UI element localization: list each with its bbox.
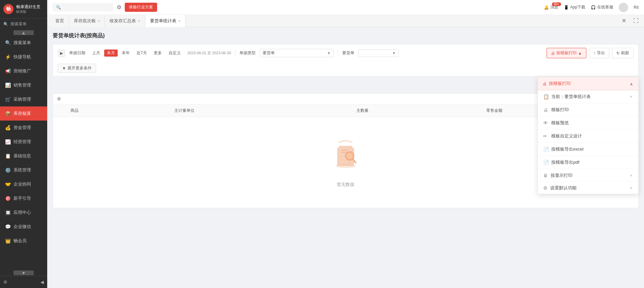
order-type-select[interactable]: 要货单 ▼ <box>260 49 334 57</box>
topbar-gear-icon[interactable]: ⚙ <box>117 4 121 10</box>
wechat-icon: 💬 <box>5 224 11 230</box>
app-center-icon: 🔲 <box>5 210 11 216</box>
date-range: 2023-06-01 至 2023-06-30 <box>187 51 231 56</box>
notification-item[interactable]: 🔔 消息 99+ <box>544 4 558 10</box>
goods-filter-label: 要货单 <box>342 50 354 56</box>
sidebar-item-finance[interactable]: 💰 资金管理 <box>0 121 47 135</box>
current-template-arrow: ▼ <box>629 95 633 99</box>
refresh-btn[interactable]: ↻ 刷新 <box>612 48 634 58</box>
sidebar-item-inventory[interactable]: 📦 库存核算 <box>0 106 47 121</box>
tab-collection-summary-close[interactable]: × <box>138 19 140 23</box>
export-pdf-icon: 📄 <box>543 160 549 165</box>
dropdown-item-template-preview[interactable]: 👁 模板预览 <box>538 117 638 130</box>
scroll-up-btn[interactable]: ▲ <box>13 30 34 35</box>
sidebar-item-cooperation[interactable]: 🤝 企业协同 <box>0 177 47 191</box>
sidebar-footer: ⚙ ◀ <box>0 276 47 288</box>
sales-icon: 📊 <box>5 82 11 88</box>
online-support-item[interactable]: 🎧 在线客服 <box>591 4 613 10</box>
user-avatar[interactable] <box>619 3 628 12</box>
tab-home[interactable]: 首页 <box>51 15 69 27</box>
print-dropdown-panel: 🖨 按模板打印 ▲ 📋 当前：要货单统计表 ▼ 🖨 模板打印 👁 模板预览 <box>537 77 639 194</box>
topbar: 🔍 ⚙ 体验行业方案 🔔 消息 99+ 📱 App下载 🎧 在线客服 Rit <box>47 0 644 15</box>
finance-icon: 💰 <box>5 125 11 131</box>
headset-icon: 🎧 <box>591 5 596 10</box>
goods-select-arrow: ▼ <box>392 51 396 56</box>
sidebar-item-search[interactable]: 🔍 搜索菜单 <box>0 36 47 50</box>
filter-divider <box>235 50 235 57</box>
sidebar-nav: 🔍 搜索菜单 ⚡ 快捷导航 📢 营销推广 📊 销售管理 🛒 采购管理 📦 库存核… <box>0 36 47 270</box>
main-area: 🔍 ⚙ 体验行业方案 🔔 消息 99+ 📱 App下载 🎧 在线客服 Rit <box>47 0 644 288</box>
sidebar-item-basic[interactable]: 📋 基础信息 <box>0 149 47 163</box>
settings-icon[interactable]: ⚙ <box>3 280 7 285</box>
table-gear-icon[interactable]: ⚙ <box>57 96 61 101</box>
date-opt-last-month[interactable]: 上月 <box>89 50 103 57</box>
sidebar: 畅 畅康通好生意 标准版 🔍 搜索菜单 ▲ 🔍 搜索菜单 ⚡ 快捷导航 📢 营销… <box>0 0 47 288</box>
collapse-icon[interactable]: ◀ <box>40 280 44 285</box>
dropdown-item-template-print[interactable]: 🖨 模板打印 <box>538 103 638 117</box>
filter-bar: ▶ 单据日期 上月 本月 本年 近7天 更多 自定义 2023-06-01 至 … <box>53 44 639 76</box>
basic-icon: 📋 <box>5 153 11 159</box>
goods-filter-select[interactable]: ▼ <box>358 50 399 57</box>
date-opt-this-year[interactable]: 本年 <box>119 50 133 57</box>
app-download-item[interactable]: 📱 App下载 <box>564 4 585 10</box>
date-opt-custom[interactable]: 自定义 <box>166 50 183 57</box>
tab-order-stats-close[interactable]: × <box>178 19 180 23</box>
export-btn[interactable]: ↑ 导出 <box>589 48 609 58</box>
phone-icon: 📱 <box>564 5 569 10</box>
select-arrow-icon: ▼ <box>327 51 331 56</box>
sidebar-item-purchase[interactable]: 🛒 采购管理 <box>0 92 47 106</box>
sidebar-logo: 畅 畅康通好生意 标准版 <box>0 0 47 19</box>
filter-collapse-btn[interactable]: ▶ <box>58 50 65 57</box>
tab-order-stats[interactable]: 要货单统计表 × <box>145 15 185 27</box>
bell-icon: 🔔 <box>544 5 549 10</box>
dropdown-up-arrow[interactable]: ▲ <box>629 81 634 86</box>
print-action-group: 🖨 按模板打印 ▲ <box>547 48 586 58</box>
content-area: 要货单统计表(按商品) ▶ 单据日期 上月 本月 本年 近7天 更多 自定义 2… <box>47 27 644 288</box>
tab-inventory-batch[interactable]: 库存批次账 × <box>69 15 105 27</box>
inventory-icon: 📦 <box>5 110 11 117</box>
template-preview-icon: 👁 <box>543 120 549 126</box>
sidebar-item-sales[interactable]: 📊 销售管理 <box>0 78 47 92</box>
dropdown-item-template-design[interactable]: ✏ 模板自定义设计 <box>538 130 638 143</box>
dropdown-item-export-pdf[interactable]: 📄 按模板导出pdf <box>538 156 638 169</box>
sidebar-item-marketing[interactable]: 📢 营销推广 <box>0 64 47 78</box>
sidebar-item-guide[interactable]: 🎯 新手引导 <box>0 191 47 205</box>
date-opt-more[interactable]: 更多 <box>151 50 165 57</box>
date-opt-this-month[interactable]: 本月 <box>104 50 118 57</box>
empty-text: 暂无数据 <box>337 182 354 188</box>
sidebar-item-member[interactable]: 👑 畅会员 <box>0 234 47 248</box>
print-template-btn[interactable]: 🖨 按模板打印 ▲ <box>547 48 586 58</box>
date-opt-7days[interactable]: 近7天 <box>134 50 150 57</box>
default-function-icon: ⚙ <box>543 185 548 191</box>
system-icon: ⚙️ <box>5 167 11 173</box>
sidebar-item-system[interactable]: ⚙️ 系统管理 <box>0 163 47 177</box>
sidebar-item-quick-nav[interactable]: ⚡ 快捷导航 <box>0 50 47 64</box>
cooperation-icon: 🤝 <box>5 181 11 187</box>
col-quantity: 主数量 <box>352 104 482 117</box>
sidebar-search[interactable]: 🔍 搜索菜单 <box>0 19 47 30</box>
dropdown-item-display-print[interactable]: 🖥 按显示打印 ▼ <box>538 169 638 182</box>
current-template-item[interactable]: 📋 当前：要货单统计表 ▼ <box>538 90 638 103</box>
purchase-icon: 🛒 <box>5 96 11 102</box>
tab-inventory-batch-close[interactable]: × <box>98 19 100 23</box>
page-title: 要货单统计表(按商品) <box>53 32 639 39</box>
print-up-arrow: ▲ <box>578 51 582 56</box>
sidebar-item-operations[interactable]: 📈 经营管理 <box>0 135 47 149</box>
dropdown-item-export-excel[interactable]: 📄 按模板导出excel <box>538 143 638 156</box>
tab-expand-btn[interactable]: ⛶ <box>631 16 641 26</box>
refresh-icon: ↻ <box>616 51 620 56</box>
tab-collection-summary[interactable]: 收发存汇总表 × <box>105 15 145 27</box>
col-checkbox <box>53 104 66 117</box>
svg-point-4 <box>346 153 353 159</box>
topbar-search[interactable]: 🔍 <box>53 3 113 11</box>
template-current-icon: 📋 <box>543 94 549 99</box>
guide-icon: 🎯 <box>5 195 11 201</box>
template-design-icon: ✏ <box>543 133 549 139</box>
dropdown-item-default-function[interactable]: ⚙ 设置默认功能 ▼ <box>538 182 638 194</box>
experience-button[interactable]: 体验行业方案 <box>125 3 157 12</box>
expand-conditions-btn[interactable]: ▼ 展开更多条件 <box>58 64 96 73</box>
sidebar-item-wechat[interactable]: 💬 企业微信 <box>0 220 47 234</box>
tab-close-btn[interactable]: ✕ <box>619 16 628 26</box>
sidebar-item-app-center[interactable]: 🔲 应用中心 <box>0 205 47 220</box>
scroll-down-btn[interactable]: ▼ <box>13 270 34 275</box>
